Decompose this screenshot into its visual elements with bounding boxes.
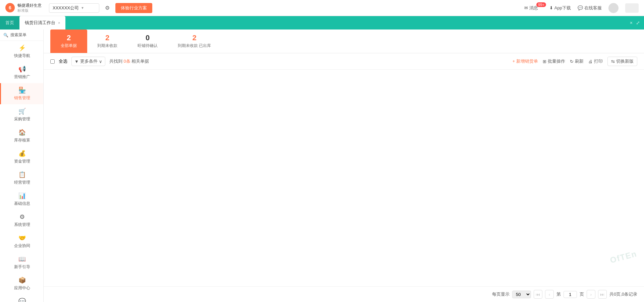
notification-badge: 99+ xyxy=(536,2,546,7)
table-area xyxy=(44,70,644,286)
service-icon: 💬 xyxy=(578,5,583,10)
download-icon: ⬇ xyxy=(549,5,553,10)
logo-text: 畅捷通好生意 标准版 xyxy=(17,3,42,13)
stats-tabs: 2 全部单据 2 到期未收款 0 旺铺待确认 2 到期未收款 已出库 xyxy=(44,29,644,53)
pagination: 每页显示 50 10 20 100 ⏮ ‹ 第 页 › ⏭ 共0页,0条记录 xyxy=(44,286,644,302)
logo-icon: 6 xyxy=(5,3,15,12)
sidebar: 🔍 搜索菜单 ⚡ 快捷导航 📢 营销推广 🏪 销售管理 🛒 采购管理 🏠 库存核… xyxy=(0,29,44,302)
sidebar-item-cooperation[interactable]: 🤝 企业协同 xyxy=(0,231,43,252)
print-icon: 🖨 xyxy=(588,59,593,64)
app-download-item[interactable]: ⬇ App下载 xyxy=(549,5,571,11)
sidebar-item-finance[interactable]: 💰 资金管理 xyxy=(0,146,43,168)
select-all-checkbox[interactable] xyxy=(50,59,55,64)
stat-tab-overdue[interactable]: 2 到期未收款 xyxy=(87,29,127,53)
last-page-button[interactable]: ⏭ xyxy=(598,290,607,299)
trial-button[interactable]: 体验行业方案 xyxy=(115,3,152,13)
add-order-button[interactable]: + 新增销货单 xyxy=(513,58,538,64)
tab-bar: 首页 钱货日清工作台 × × ⤢ xyxy=(0,16,644,29)
sidebar-item-marketing[interactable]: 📢 营销推广 xyxy=(0,62,43,83)
batch-operation-button[interactable]: ⊞ 批量操作 xyxy=(543,58,565,64)
stat-num-overdue: 2 xyxy=(105,34,109,42)
user-dropdown[interactable] xyxy=(625,3,639,13)
filter-icon: ▼ xyxy=(74,59,79,64)
sidebar-item-guide[interactable]: 📖 新手引导 xyxy=(0,252,43,273)
sidebar-item-quick-nav[interactable]: ⚡ 快捷导航 xyxy=(0,41,43,62)
stat-label-pending: 旺铺待确认 xyxy=(138,43,158,49)
sidebar-item-wechat[interactable]: 💬 企业微信 xyxy=(0,294,43,302)
tab-maximize-icon[interactable]: ⤢ xyxy=(636,20,640,25)
toolbar: 全选 ▼ 更多条件 ∨ 共找到 0条 相关单据 + 新增销货单 ⊞ 批量操作 xyxy=(44,53,644,70)
stat-tab-pending[interactable]: 0 旺铺待确认 xyxy=(127,29,168,53)
stat-num-all: 2 xyxy=(67,34,71,42)
sidebar-item-operations[interactable]: 📋 经营管理 xyxy=(0,168,43,189)
print-button[interactable]: 🖨 打印 xyxy=(588,58,603,64)
batch-icon: ⊞ xyxy=(543,59,546,64)
next-page-button[interactable]: › xyxy=(587,290,595,299)
settings-button[interactable]: ⚙ xyxy=(102,3,113,13)
lightning-icon: ⚡ xyxy=(18,44,26,52)
stat-label-shipped: 到期未收款 已出库 xyxy=(178,43,211,49)
guide-icon: 📖 xyxy=(18,255,26,263)
notification-item[interactable]: ✉ 消息 99+ xyxy=(524,5,543,11)
tab-minimize-icon[interactable]: × xyxy=(630,20,633,25)
sidebar-item-inventory[interactable]: 🏠 库存核算 xyxy=(0,125,43,146)
tab-close-icon[interactable]: × xyxy=(58,21,60,25)
refresh-icon: ↻ xyxy=(570,59,574,64)
switch-version-button[interactable]: ⇆ 切换新版 xyxy=(607,57,637,66)
stat-num-shipped: 2 xyxy=(193,34,197,42)
purchase-icon: 🛒 xyxy=(18,108,26,115)
search-menu-item[interactable]: 🔍 搜索菜单 xyxy=(0,29,43,41)
prev-page-button[interactable]: ‹ xyxy=(545,290,554,299)
first-page-button[interactable]: ⏮ xyxy=(534,290,542,299)
sales-icon: 🏪 xyxy=(18,86,26,94)
tab-actions: × ⤢ xyxy=(630,20,644,25)
header-right: ✉ 消息 99+ ⬇ App下载 💬 在线客服 xyxy=(524,3,639,13)
logo-area: 6 畅捷通好生意 标准版 xyxy=(5,3,49,13)
sidebar-item-system[interactable]: ⚙ 系统管理 xyxy=(0,210,43,231)
toolbar-right: + 新增销货单 ⊞ 批量操作 ↻ 刷新 🖨 打印 ⇆ 切换新版 xyxy=(513,57,637,66)
main-layout: 🔍 搜索菜单 ⚡ 快捷导航 📢 营销推广 🏪 销售管理 🛒 采购管理 🏠 库存核… xyxy=(0,29,644,302)
found-count: 0条 xyxy=(124,59,130,64)
finance-icon: 💰 xyxy=(18,150,26,157)
appcenter-icon: 📦 xyxy=(18,277,26,284)
switch-icon: ⇆ xyxy=(611,59,615,64)
message-icon: ✉ xyxy=(524,5,528,10)
content-area: 2 全部单据 2 到期未收款 0 旺铺待确认 2 到期未收款 已出库 全选 ▼ … xyxy=(44,29,644,302)
filter-arrow-icon: ∨ xyxy=(99,59,102,64)
wechat-icon: 💬 xyxy=(18,298,26,302)
cooperation-icon: 🤝 xyxy=(18,234,26,242)
page-size-select[interactable]: 50 10 20 100 xyxy=(512,291,531,298)
tab-active[interactable]: 钱货日清工作台 × xyxy=(19,16,65,29)
top-header: 6 畅捷通好生意 标准版 XXXXXX公司 ▼ ⚙ 体验行业方案 ✉ 消息 99… xyxy=(0,0,644,16)
stat-tab-shipped[interactable]: 2 到期未收款 已出库 xyxy=(168,29,221,53)
filter-button[interactable]: ▼ 更多条件 ∨ xyxy=(71,57,105,66)
system-icon: ⚙ xyxy=(19,213,25,221)
dropdown-arrow-icon: ▼ xyxy=(81,6,84,10)
sidebar-item-appcenter[interactable]: 📦 应用中心 xyxy=(0,273,43,294)
page-number-input[interactable] xyxy=(564,291,577,298)
found-text: 共找到 0条 相关单据 xyxy=(109,58,149,64)
page-size-label: 每页显示 xyxy=(492,291,509,297)
company-selector[interactable]: XXXXXX公司 ▼ xyxy=(49,3,99,13)
basicinfo-icon: 📊 xyxy=(18,192,26,199)
inventory-icon: 🏠 xyxy=(18,129,26,136)
marketing-icon: 📢 xyxy=(18,65,26,73)
sidebar-item-purchase[interactable]: 🛒 采购管理 xyxy=(0,104,43,125)
search-icon: 🔍 xyxy=(3,33,8,38)
sidebar-item-sales[interactable]: 🏪 销售管理 xyxy=(0,83,43,104)
stat-num-pending: 0 xyxy=(146,34,150,42)
sidebar-item-basicinfo[interactable]: 📊 基础信息 xyxy=(0,189,43,210)
operations-icon: 📋 xyxy=(18,171,26,178)
avatar[interactable] xyxy=(608,3,619,13)
stat-label-all: 全部单据 xyxy=(61,43,77,49)
refresh-button[interactable]: ↻ 刷新 xyxy=(570,58,584,64)
total-records-text: 共0页,0条记录 xyxy=(609,291,637,297)
stat-tab-all[interactable]: 2 全部单据 xyxy=(50,29,87,53)
tab-home[interactable]: 首页 xyxy=(0,16,19,29)
select-all-label: 全选 xyxy=(59,58,67,64)
stat-label-overdue: 到期未收款 xyxy=(97,43,117,49)
online-service-item[interactable]: 💬 在线客服 xyxy=(578,5,602,11)
